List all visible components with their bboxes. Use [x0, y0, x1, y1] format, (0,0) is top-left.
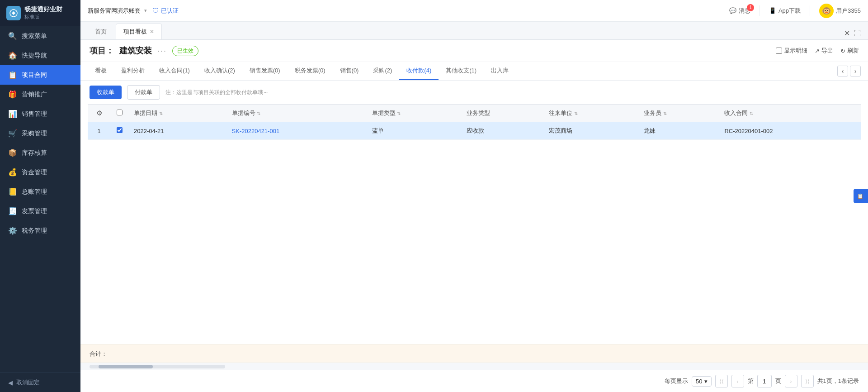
header-divider-1	[760, 5, 760, 16]
col-header-partner[interactable]: 往来单位 ⇅	[543, 105, 638, 122]
pagination-next-button[interactable]: ›	[785, 375, 797, 387]
right-panel-button[interactable]: 📋	[854, 189, 868, 203]
money-icon: 💰	[8, 168, 17, 177]
gear-icon[interactable]: ⚙	[96, 109, 102, 117]
select-all-checkbox[interactable]	[117, 110, 123, 115]
cancel-fixed-button[interactable]: ◀ 取消固定	[0, 373, 80, 392]
window-maximize-button[interactable]: ⛶	[854, 29, 861, 38]
sidebar-item-tax[interactable]: ⚙️ 税务管理	[0, 221, 80, 240]
project-title: 建筑安装	[119, 45, 152, 56]
sidebar-item-label: 税务管理	[22, 227, 47, 235]
table-header-row: ⚙ 单据日期 ⇅ 单据编号 ⇅	[88, 105, 861, 122]
page-current-label: 第	[748, 377, 754, 385]
app-download-button[interactable]: 📱 App下载	[769, 7, 801, 15]
col-header-settings[interactable]: ⚙	[88, 105, 110, 122]
contract-icon: 📋	[8, 71, 17, 79]
sidebar-item-search[interactable]: 🔍 搜索菜单	[0, 26, 80, 46]
sub-tab-profit[interactable]: 盈利分析	[114, 62, 152, 80]
col-header-salesperson[interactable]: 业务员 ⇅	[638, 105, 719, 122]
sub-tab-other-income[interactable]: 其他收支(1)	[439, 62, 484, 80]
sub-tab-purchase[interactable]: 采购(2)	[366, 62, 399, 80]
user-menu[interactable]: 🐵 用户3355	[819, 4, 861, 18]
pagination: 每页显示 50 ▾ ⟨⟨ ‹ 第 页 › ⟩⟩ 共1页，1条记录	[80, 370, 868, 392]
receipt-button[interactable]: 收款单	[90, 86, 122, 99]
show-detail-checkbox[interactable]: 显示明细	[776, 47, 807, 55]
tab-home[interactable]: 首页	[88, 24, 114, 39]
row-number[interactable]: SK-20220421-001	[226, 122, 367, 140]
header-divider-2	[810, 5, 810, 16]
sidebar-item-inventory[interactable]: 📦 库存核算	[0, 143, 80, 163]
col-header-type[interactable]: 单据类型 ⇅	[367, 105, 462, 122]
tab-bar: 首页 项目看板 ✕ ✕ ⛶	[80, 22, 868, 40]
sub-tab-nav: ‹ ›	[837, 66, 861, 76]
sidebar-item-label: 采购管理	[22, 129, 47, 138]
col-header-checkbox[interactable]	[110, 105, 128, 122]
row-checkbox[interactable]	[117, 127, 123, 133]
pagination-last-button[interactable]: ⟩⟩	[801, 375, 814, 387]
sub-tab-in-out[interactable]: 出入库	[484, 62, 516, 80]
sidebar-logo: 畅捷通好业财 标准版	[0, 0, 80, 26]
sub-tab-next-button[interactable]: ›	[850, 66, 861, 76]
toolbar-note: 注：这里是与项目关联的全部收付款单哦～	[165, 89, 269, 96]
pagination-first-button[interactable]: ⟨⟨	[715, 375, 728, 387]
sort-icon: ⇅	[397, 111, 401, 116]
sidebar-item-funds[interactable]: 💰 资金管理	[0, 163, 80, 182]
sub-tab-sales-invoice[interactable]: 销售发票(0)	[242, 62, 288, 80]
pagination-page-input[interactable]	[757, 375, 772, 387]
sidebar-item-purchase[interactable]: 🛒 采购管理	[0, 124, 80, 143]
message-button[interactable]: 💬 消息 1	[729, 7, 750, 15]
sidebar-item-label: 发票管理	[22, 207, 47, 215]
col-header-biz-type: 业务类型	[461, 105, 543, 122]
sidebar-item-sales[interactable]: 📊 销售管理	[0, 104, 80, 124]
col-header-number[interactable]: 单据编号 ⇅	[226, 105, 367, 122]
scrollbar-thumb[interactable]	[99, 365, 153, 368]
account-selector[interactable]: 新服务官网演示账套 ▾	[88, 7, 147, 15]
col-header-date[interactable]: 单据日期 ⇅	[128, 105, 226, 122]
sidebar-menu: 🔍 搜索菜单 🏠 快捷导航 📋 项目合同 🎁 营销推广 📊 销售管理 🛒 采购管…	[0, 26, 80, 373]
sub-tab-prev-button[interactable]: ‹	[837, 66, 848, 76]
refresh-button[interactable]: ↻ 刷新	[840, 47, 859, 55]
header-actions: 💬 消息 1 📱 App下载 🐵 用户3355	[729, 4, 861, 18]
sidebar-item-label: 资金管理	[22, 168, 47, 177]
sidebar-item-invoice[interactable]: 🧾 发票管理	[0, 201, 80, 221]
project-header: 项目： 建筑安装 ··· 已生效 显示明细 ↗ 导出 ↻ 刷新	[80, 40, 868, 62]
sub-tab-receipts[interactable]: 收付款(4)	[399, 62, 439, 80]
sidebar-item-project-contract[interactable]: 📋 项目合同	[0, 65, 80, 85]
sort-icon: ⇅	[663, 111, 667, 116]
certified-badge: 🛡 已认证	[152, 7, 179, 15]
project-more-button[interactable]: ···	[157, 46, 167, 56]
sub-tab-income-confirm[interactable]: 收入确认(2)	[197, 62, 242, 80]
tab-project-board[interactable]: 项目看板 ✕	[116, 24, 162, 39]
row-date: 2022-04-21	[128, 122, 226, 140]
tax-icon: ⚙️	[8, 226, 17, 235]
row-salesperson: 龙妹	[638, 122, 719, 140]
row-partner: 宏茂商场	[543, 122, 638, 140]
phone-icon: 📱	[769, 7, 776, 14]
document-link[interactable]: SK-20220421-001	[232, 128, 280, 134]
gift-icon: 🎁	[8, 90, 17, 99]
payment-button[interactable]: 付款单	[127, 85, 160, 100]
row-checkbox-cell[interactable]	[110, 122, 128, 140]
export-button[interactable]: ↗ 导出	[815, 47, 833, 55]
table-container[interactable]: ⚙ 单据日期 ⇅ 单据编号 ⇅	[80, 104, 868, 344]
page-size-select[interactable]: 50 ▾	[692, 376, 711, 387]
export-icon: ↗	[815, 48, 820, 54]
sub-tab-kanban[interactable]: 看板	[88, 62, 114, 80]
sidebar-item-ledger[interactable]: 📒 总账管理	[0, 182, 80, 201]
window-close-button[interactable]: ✕	[844, 29, 850, 38]
show-detail-input[interactable]	[776, 48, 782, 54]
sub-tab-sales[interactable]: 销售(0)	[333, 62, 366, 80]
tab-close-icon[interactable]: ✕	[150, 29, 154, 35]
pagination-prev-button[interactable]: ‹	[731, 375, 744, 387]
sub-tab-tax-invoice[interactable]: 税务发票(0)	[288, 62, 333, 80]
sort-icon: ⇅	[574, 111, 578, 116]
account-dropdown-icon: ▾	[144, 8, 147, 14]
sidebar-item-marketing[interactable]: 🎁 营销推广	[0, 85, 80, 104]
sub-tab-income-contract[interactable]: 收入合同(1)	[152, 62, 197, 80]
sidebar-item-quick-nav[interactable]: 🏠 快捷导航	[0, 46, 80, 65]
data-table: ⚙ 单据日期 ⇅ 单据编号 ⇅	[88, 104, 861, 140]
table-row[interactable]: 1 2022-04-21 SK-20220421-001 蓝单 应收款 宏茂商场…	[88, 122, 861, 140]
scrollbar-track[interactable]	[90, 365, 225, 368]
table-scrollbar-area[interactable]	[80, 363, 868, 370]
col-header-income-contract[interactable]: 收入合同 ⇅	[719, 105, 861, 122]
